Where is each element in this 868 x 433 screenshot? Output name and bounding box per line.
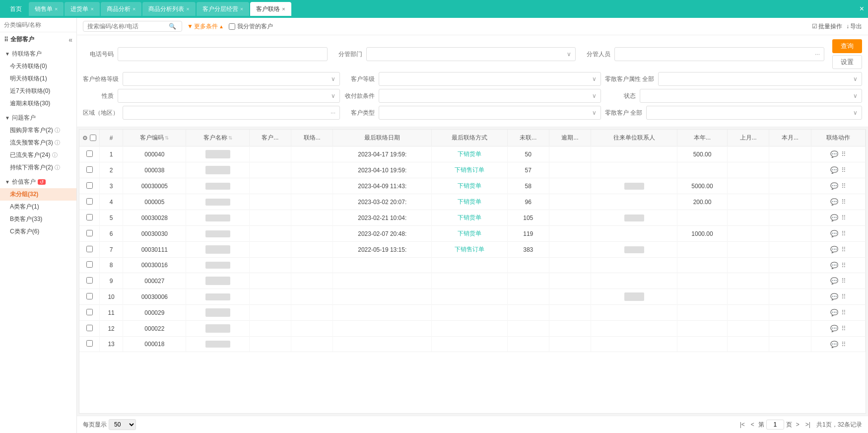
chat-icon[interactable]: 💬 bbox=[830, 246, 838, 253]
tab-product-analysis[interactable]: 商品分析 × bbox=[101, 2, 141, 16]
prev-page-button[interactable]: < bbox=[749, 420, 756, 429]
tab-customer-contact-close[interactable]: × bbox=[282, 6, 285, 12]
tab-customer-tier-close[interactable]: × bbox=[240, 6, 243, 12]
th-last-month[interactable]: 上月... bbox=[728, 130, 769, 146]
sidebar-item-declining[interactable]: 持续下滑客户(2) ⓘ bbox=[0, 161, 76, 174]
more-icon[interactable]: ⠿ bbox=[841, 341, 846, 348]
dept-select[interactable]: ∨ bbox=[366, 47, 576, 61]
more-icon[interactable]: ⠿ bbox=[841, 325, 846, 332]
tab-customer-contact[interactable]: 客户联络 × bbox=[250, 2, 291, 16]
chat-icon[interactable]: 💬 bbox=[830, 341, 838, 348]
chat-icon[interactable]: 💬 bbox=[830, 150, 838, 158]
th-contact[interactable]: 联络... bbox=[291, 130, 333, 146]
tab-customer-tier[interactable]: 客户分层经营 × bbox=[197, 2, 249, 16]
more-icon[interactable]: ⠿ bbox=[841, 262, 846, 269]
row-last-method[interactable]: 下销货单 bbox=[432, 210, 507, 226]
more-icon[interactable]: ⠿ bbox=[841, 293, 846, 300]
sidebar-search-input[interactable] bbox=[4, 21, 77, 28]
window-close-button[interactable]: × bbox=[860, 4, 864, 13]
row-last-method[interactable]: 下销售订单 bbox=[432, 242, 507, 258]
th-last-date[interactable]: 最后联络日期 bbox=[333, 130, 432, 146]
region-select[interactable]: ··· bbox=[123, 106, 340, 120]
filter-search-icon[interactable]: 🔍 bbox=[169, 23, 176, 30]
chat-icon[interactable]: 💬 bbox=[830, 262, 838, 269]
group-value-title[interactable]: ▼ 价值客户 ↺ bbox=[0, 176, 76, 188]
more-icon[interactable]: ⠿ bbox=[841, 277, 846, 285]
nature-select[interactable]: ∨ bbox=[118, 89, 340, 103]
page-input[interactable] bbox=[766, 420, 784, 430]
chat-icon[interactable]: 💬 bbox=[830, 293, 838, 300]
sidebar-item-class-b[interactable]: B类客户(33) bbox=[0, 213, 76, 225]
th-name[interactable]: 客户名称⇅ bbox=[186, 130, 249, 146]
price-tier-select[interactable]: ∨ bbox=[123, 72, 340, 86]
more-icon[interactable]: ⠿ bbox=[841, 198, 846, 206]
gear-icon[interactable]: ⚙ bbox=[82, 135, 88, 142]
collapse-icon[interactable]: « bbox=[68, 36, 72, 44]
sidebar-item-churn-warning[interactable]: 流失预警客户(3) ⓘ bbox=[0, 137, 76, 149]
more-filters-button[interactable]: ▼ 更多条件 ▲ bbox=[187, 22, 224, 31]
retail-customer-select[interactable]: ∨ bbox=[646, 106, 862, 120]
group-problem-title[interactable]: ▼ 问题客户 bbox=[0, 112, 76, 124]
last-page-button[interactable]: >| bbox=[803, 420, 812, 429]
my-customers-checkbox[interactable] bbox=[229, 23, 235, 30]
group-pending-contact-title[interactable]: ▼ 待联络客户 bbox=[0, 48, 76, 60]
row-checkbox[interactable] bbox=[86, 166, 93, 173]
sidebar-all-customers[interactable]: ⠿ 全部客户 « bbox=[0, 32, 76, 47]
th-uncontacted[interactable]: 未联... bbox=[507, 130, 549, 146]
th-this-month[interactable]: 本月... bbox=[769, 130, 811, 146]
query-button[interactable]: 查询 bbox=[832, 39, 862, 53]
tab-sales[interactable]: 销售单 × bbox=[29, 2, 64, 16]
sidebar-item-today-pending[interactable]: 今天待联络(0) bbox=[0, 60, 76, 72]
batch-op-button[interactable]: ☑ 批量操作 bbox=[812, 22, 842, 31]
sidebar-item-tomorrow-pending[interactable]: 明天待联络(1) bbox=[0, 72, 76, 85]
more-icon[interactable]: ⠿ bbox=[841, 150, 846, 158]
row-checkbox[interactable] bbox=[86, 261, 93, 268]
phone-input[interactable] bbox=[118, 47, 328, 61]
more-icon[interactable]: ⠿ bbox=[841, 182, 846, 190]
tab-product-analysis-close[interactable]: × bbox=[133, 6, 135, 12]
sidebar-item-class-c[interactable]: C类客户(6) bbox=[0, 225, 76, 238]
row-checkbox[interactable] bbox=[86, 277, 93, 284]
tab-home[interactable]: 首页 bbox=[4, 2, 28, 16]
row-checkbox[interactable] bbox=[86, 340, 93, 347]
row-checkbox[interactable] bbox=[86, 150, 93, 157]
row-last-method[interactable]: 下销货单 bbox=[432, 146, 507, 162]
chat-icon[interactable]: 💬 bbox=[830, 166, 838, 174]
select-all-checkbox[interactable] bbox=[90, 135, 96, 141]
sidebar-item-abnormal-hoard[interactable]: 囤购异常客户(2) ⓘ bbox=[0, 124, 76, 137]
first-page-button[interactable]: |< bbox=[738, 420, 747, 429]
row-checkbox[interactable] bbox=[86, 214, 93, 220]
chat-icon[interactable]: 💬 bbox=[830, 325, 838, 332]
person-select[interactable]: ··· bbox=[614, 47, 824, 61]
th-type[interactable]: 客户... bbox=[249, 130, 291, 146]
sidebar-item-overdue-pending[interactable]: 逾期未联络(30) bbox=[0, 97, 76, 110]
retail-attr-select[interactable]: ∨ bbox=[658, 72, 862, 86]
sidebar-item-class-a[interactable]: A类客户(1) bbox=[0, 201, 76, 213]
chat-icon[interactable]: 💬 bbox=[830, 230, 838, 237]
filter-search-input[interactable] bbox=[87, 23, 167, 30]
more-icon[interactable]: ⠿ bbox=[841, 246, 846, 253]
row-checkbox[interactable] bbox=[86, 309, 93, 315]
tab-product-list-close[interactable]: × bbox=[186, 6, 189, 12]
payment-select[interactable]: ∨ bbox=[379, 89, 601, 103]
row-last-method[interactable]: 下销货单 bbox=[432, 178, 507, 194]
more-icon[interactable]: ⠿ bbox=[841, 309, 846, 316]
sidebar-item-unclassified[interactable]: 未分组(32) bbox=[0, 188, 76, 201]
tab-product-list[interactable]: 商品分析列表 × bbox=[142, 2, 195, 16]
row-checkbox[interactable] bbox=[86, 198, 93, 205]
row-last-method[interactable]: 下销货单 bbox=[432, 194, 507, 210]
th-partner[interactable]: 往来单位联系人 bbox=[591, 130, 677, 146]
status-select[interactable]: ∨ bbox=[640, 89, 862, 103]
row-checkbox[interactable] bbox=[86, 182, 93, 189]
next-page-button[interactable]: > bbox=[794, 420, 801, 429]
row-checkbox[interactable] bbox=[86, 293, 93, 299]
chat-icon[interactable]: 💬 bbox=[830, 182, 838, 190]
customer-type-select[interactable]: ∨ bbox=[379, 106, 601, 120]
row-checkbox[interactable] bbox=[86, 246, 93, 252]
export-button[interactable]: ↓ 导出 bbox=[846, 22, 862, 31]
more-icon[interactable]: ⠿ bbox=[841, 230, 846, 237]
chat-icon[interactable]: 💬 bbox=[830, 198, 838, 206]
row-last-method[interactable]: 下销售订单 bbox=[432, 162, 507, 178]
sidebar-item-churned[interactable]: 已流失客户(24) ⓘ bbox=[0, 149, 76, 161]
more-icon[interactable]: ⠿ bbox=[841, 166, 846, 174]
